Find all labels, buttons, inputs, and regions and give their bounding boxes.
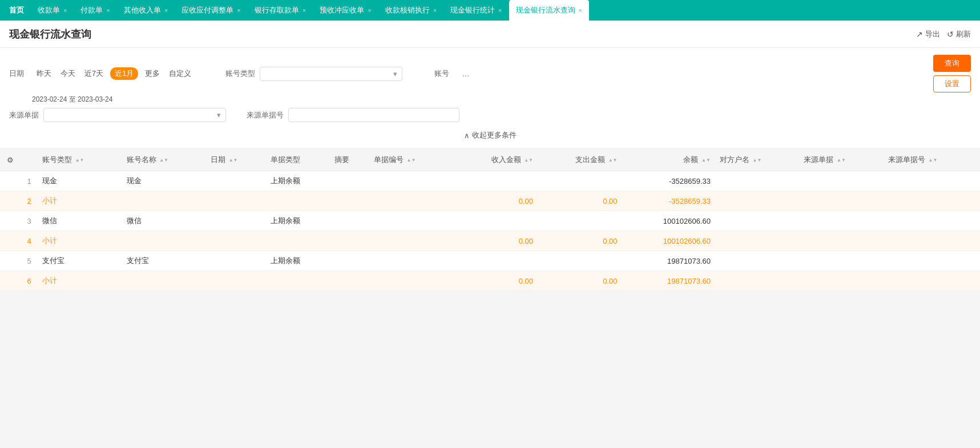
close-other-income-icon[interactable]: × [164,7,168,14]
td-account-name [122,191,207,211]
collapse-row[interactable]: ∧ 收起更多条件 [9,127,971,142]
nav-tab-prepay[interactable]: 预收冲应收单 × [313,0,378,21]
nav-tab-cash-bank-flow[interactable]: 现金银行流水查询 × [509,0,589,21]
account-type-dropdown-icon: ▾ [393,70,397,78]
td-balance: -3528659.33 [622,171,715,191]
table-row[interactable]: 4小计0.000.00100102606.60 [0,231,980,251]
th-date[interactable]: 日期 ▲▼ [206,149,266,171]
td-doc-type: 上期余额 [266,211,330,231]
td-balance: 19871073.60 [622,251,715,271]
close-ar-adjust-icon[interactable]: × [237,7,240,14]
th-expense[interactable]: 支出金额 ▲▼ [538,149,622,171]
th-counter-party[interactable]: 对方户名 ▲▼ [715,149,800,171]
source-doc-no-label: 来源单据号 [247,110,284,120]
sort-counter-party-icon: ▲▼ [753,158,762,163]
td-source-doc-no [884,211,980,231]
td-counter-party [715,191,800,211]
date-opt-today[interactable]: 今天 [58,67,78,80]
nav-tab-collect-exec[interactable]: 收款核销执行 × [378,0,443,21]
td-source-doc [799,211,884,231]
th-account-type[interactable]: 账号类型 ▲▼ [38,149,122,171]
td-settings [0,251,21,271]
account-filter-group: 账号 ... [434,68,471,79]
td-summary [330,251,369,271]
th-income[interactable]: 收入金额 ▲▼ [453,149,538,171]
source-doc-no-input[interactable] [288,108,459,122]
close-prepay-icon[interactable]: × [368,7,371,14]
close-cash-bank-stat-icon[interactable]: × [498,7,502,14]
date-opt-more[interactable]: 更多 [143,67,162,80]
close-cash-bank-flow-icon[interactable]: × [579,7,582,14]
td-summary [330,271,369,291]
refresh-button[interactable]: ↺ 刷新 [947,29,971,39]
table-row[interactable]: 2小计0.000.00-3528659.33 [0,191,980,211]
nav-tab-cash-bank-flow-label: 现金银行流水查询 [516,5,575,15]
account-type-filter-group: 账号类型 ▾ [225,67,402,81]
td-balance: -3528659.33 [622,191,715,211]
td-expense: 0.00 [538,191,622,211]
th-source-doc[interactable]: 来源单据 ▲▼ [799,149,884,171]
nav-tab-bank-deposit-label: 银行存取款单 [255,5,299,15]
td-settings [0,171,21,191]
table-row[interactable]: 1现金现金上期余额-3528659.33 [0,171,980,191]
nav-tab-bank-deposit[interactable]: 银行存取款单 × [248,0,313,21]
td-source-doc [799,171,884,191]
export-icon: ↗ [916,30,923,39]
export-button[interactable]: ↗ 导出 [916,29,940,39]
data-table: ⚙ 账号类型 ▲▼ 账号名称 ▲▼ 日期 ▲▼ 单据类型 摘 [0,149,980,291]
date-opt-yesterday[interactable]: 昨天 [34,67,54,80]
account-label: 账号 [434,68,455,79]
td-row-num: 6 [21,271,38,291]
nav-tab-other-income[interactable]: 其他收入单 × [117,0,175,21]
th-source-doc-no[interactable]: 来源单据号 ▲▼ [884,149,980,171]
td-row-num: 4 [21,231,38,251]
td-account-name: 微信 [122,211,207,231]
nav-tab-payment[interactable]: 付款单 × [74,0,116,21]
table-row[interactable]: 3微信微信上期余额100102606.60 [0,211,980,231]
table-row[interactable]: 5支付宝支付宝上期余额19871073.60 [0,251,980,271]
source-doc-select[interactable]: ▾ [43,108,226,122]
actions-column: 查询 设置 [933,55,971,92]
td-income: 0.00 [453,231,538,251]
td-account-name [122,231,207,251]
nav-tab-cash-bank-stat[interactable]: 现金银行统计 × [443,0,509,21]
account-type-select[interactable]: ▾ [260,67,402,81]
nav-tab-ar-adjust[interactable]: 应收应付调整单 × [175,0,247,21]
th-balance[interactable]: 余额 ▲▼ [622,149,715,171]
td-settings [0,211,21,231]
close-receipt-icon[interactable]: × [63,7,67,14]
td-settings [0,231,21,251]
td-doc-no [369,191,454,211]
td-source-doc-no [884,231,980,251]
close-collect-exec-icon[interactable]: × [433,7,437,14]
close-payment-icon[interactable]: × [106,7,110,14]
th-doc-no[interactable]: 单据编号 ▲▼ [369,149,454,171]
td-counter-party [715,251,800,271]
date-label: 日期 [9,68,30,79]
account-ellipsis-btn[interactable]: ... [459,68,471,79]
settings-button[interactable]: 设置 [933,75,971,92]
td-settings [0,271,21,291]
th-settings[interactable]: ⚙ [0,149,21,171]
td-expense [538,211,622,231]
td-doc-no [369,231,454,251]
sort-doc-no-icon: ▲▼ [407,158,416,163]
nav-tab-payment-label: 付款单 [80,5,103,15]
filter-row-1: 日期 昨天 今天 近7天 近1月 更多 自定义 账号类型 ▾ 账号 ... [9,55,971,92]
sort-source-doc-no-icon: ▲▼ [929,158,938,163]
close-bank-deposit-icon[interactable]: × [303,7,306,14]
date-opt-custom[interactable]: 自定义 [167,67,193,80]
td-counter-party [715,211,800,231]
date-opt-7days[interactable]: 近7天 [82,67,106,80]
table-row[interactable]: 6小计0.000.0019871073.60 [0,271,980,291]
nav-tab-home[interactable]: 首页 [2,0,31,21]
th-account-name[interactable]: 账号名称 ▲▼ [122,149,207,171]
td-summary [330,211,369,231]
td-expense: 0.00 [538,231,622,251]
date-opt-1month[interactable]: 近1月 [110,67,138,80]
td-summary [330,191,369,211]
query-button[interactable]: 查询 [933,55,971,72]
sort-date-icon: ▲▼ [229,158,238,163]
nav-tab-receipt[interactable]: 收款单 × [31,0,74,21]
td-source-doc-no [884,171,980,191]
